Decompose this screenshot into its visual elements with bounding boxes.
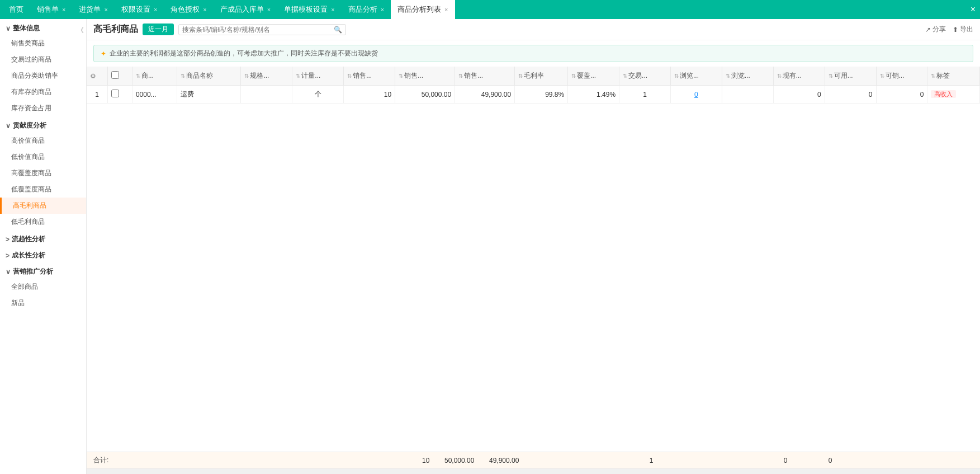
sidebar-item-0-2[interactable]: 商品分类助销率 xyxy=(0,68,86,84)
sort-icon-12: ⇅ xyxy=(674,73,679,79)
footer-totals: 合计: 10 50,000.00 49,900.00 1 0 0 xyxy=(87,452,980,468)
nav-close-7[interactable]: × xyxy=(381,6,384,13)
col-header-8[interactable]: ⇅销售... xyxy=(455,67,515,86)
footer-sales1: 10 xyxy=(388,457,433,464)
sidebar-group-0[interactable]: ∨整体信息 xyxy=(0,19,86,35)
sidebar-item-1-1[interactable]: 低价值商品 xyxy=(0,149,86,165)
col-header-4[interactable]: ⇅规格... xyxy=(241,67,292,86)
nav-item-1[interactable]: 销售单× xyxy=(30,0,72,19)
footer-current: 0 xyxy=(746,457,790,464)
nav-close-6[interactable]: × xyxy=(331,6,334,13)
col-header-1[interactable] xyxy=(108,67,132,86)
browse-link[interactable]: 0 xyxy=(694,91,698,98)
close-all-icon[interactable]: × xyxy=(970,4,976,15)
col-header-7[interactable]: ⇅销售... xyxy=(395,67,455,86)
sidebar-group-3[interactable]: >成长性分析 xyxy=(0,246,86,262)
nav-close-2[interactable]: × xyxy=(104,6,107,13)
nav-close-4[interactable]: × xyxy=(203,6,206,13)
row-browse1[interactable]: 0 xyxy=(670,86,722,104)
info-star-icon: ✦ xyxy=(101,50,106,58)
sort-icon-15: ⇅ xyxy=(828,73,833,79)
period-button[interactable]: 近一月 xyxy=(143,24,174,35)
col-header-9[interactable]: ⇅毛利率 xyxy=(515,67,568,86)
sidebar-group-4[interactable]: ∨营销推广分析 xyxy=(0,262,86,279)
nav-close-3[interactable]: × xyxy=(154,6,157,13)
select-all-checkbox[interactable] xyxy=(111,71,119,79)
sort-icon-7: ⇅ xyxy=(399,73,403,79)
sidebar-item-4-0[interactable]: 全部商品 xyxy=(0,279,86,295)
export-button[interactable]: ⬆ 导出 xyxy=(953,25,973,34)
table-body: 10000...运费个1050,000.0049,900.0099.8%1.49… xyxy=(87,86,980,104)
row-checkbox[interactable] xyxy=(108,86,132,104)
col-header-17[interactable]: ⇅标签 xyxy=(927,67,980,86)
content-area: 高毛利商品 近一月 🔍 ↗ 分享 ⬆ 导出 ✦ 企业的主要的利润都是这部分商品创… xyxy=(87,19,980,474)
sort-icon-5: ⇅ xyxy=(296,73,300,79)
nav-item-7[interactable]: 商品分析× xyxy=(342,0,391,19)
search-icon[interactable]: 🔍 xyxy=(334,26,342,34)
sidebar-item-0-3[interactable]: 有库存的商品 xyxy=(0,84,86,100)
sort-icon-2: ⇅ xyxy=(136,73,140,79)
col-header-15[interactable]: ⇅可用... xyxy=(825,67,876,86)
col-header-10[interactable]: ⇅覆盖... xyxy=(568,67,619,86)
sort-icon-4: ⇅ xyxy=(244,73,249,79)
sidebar-collapse-btn[interactable]: 《 xyxy=(75,25,86,36)
sidebar-group-label-0: 整体信息 xyxy=(13,24,40,33)
row-code: 0000... xyxy=(132,86,177,104)
sidebar-group-label-2: 流趋性分析 xyxy=(12,234,45,244)
nav-item-0[interactable]: 首页 xyxy=(2,0,30,19)
nav-item-2[interactable]: 进货单× xyxy=(72,0,114,19)
row-transactions: 1 xyxy=(619,86,671,104)
col-header-0[interactable]: ⚙ xyxy=(87,67,108,86)
settings-icon[interactable]: ⚙ xyxy=(90,72,96,80)
sidebar-item-1-2[interactable]: 高覆盖度商品 xyxy=(0,165,86,181)
share-label: 分享 xyxy=(932,25,946,34)
col-label-17: 标签 xyxy=(936,72,950,79)
footer-empty8 xyxy=(567,457,612,464)
nav-item-5[interactable]: 产成品入库单× xyxy=(214,0,277,19)
nav-close-5[interactable]: × xyxy=(267,6,271,13)
sidebar-item-1-3[interactable]: 低覆盖度商品 xyxy=(0,181,86,198)
sidebar-arrow-4: ∨ xyxy=(6,268,11,276)
col-header-11[interactable]: ⇅交易... xyxy=(619,67,671,86)
col-label-8: 销售... xyxy=(464,72,483,79)
sidebar-item-4-1[interactable]: 新品 xyxy=(0,295,86,311)
search-input[interactable] xyxy=(182,26,334,34)
col-header-6[interactable]: ⇅销售... xyxy=(344,67,395,86)
col-header-13[interactable]: ⇅浏览... xyxy=(722,67,773,86)
col-header-16[interactable]: ⇅可销... xyxy=(876,67,927,86)
sidebar-item-1-5[interactable]: 低毛利商品 xyxy=(0,214,86,230)
sidebar-group-label-1: 贡献度分析 xyxy=(13,121,46,130)
nav-close-8[interactable]: × xyxy=(444,6,448,13)
sidebar-item-0-0[interactable]: 销售类商品 xyxy=(0,35,86,51)
col-header-3[interactable]: ⇅商品名称 xyxy=(177,67,241,86)
col-header-14[interactable]: ⇅现有... xyxy=(773,67,825,86)
row-sales2: 50,000.00 xyxy=(395,86,455,104)
nav-item-3[interactable]: 权限设置× xyxy=(115,0,164,19)
info-banner: ✦ 企业的主要的利润都是这部分商品创造的，可考虑加大推广，同时关注库存是不要出现… xyxy=(93,45,973,62)
nav-item-4[interactable]: 角色授权× xyxy=(164,0,213,19)
row-spec xyxy=(241,86,292,104)
sidebar-item-1-0[interactable]: 高价值商品 xyxy=(0,133,86,149)
nav-close-1[interactable]: × xyxy=(62,6,65,13)
footer-empty12 xyxy=(880,457,925,464)
sidebar-group-2[interactable]: >流趋性分析 xyxy=(0,230,86,246)
sidebar-group-1[interactable]: ∨贡献度分析 xyxy=(0,116,86,133)
scroll-bar[interactable] xyxy=(87,468,980,474)
row-checkbox-input[interactable] xyxy=(111,90,119,97)
sidebar-item-0-4[interactable]: 库存资金占用 xyxy=(0,100,86,116)
col-header-12[interactable]: ⇅浏览... xyxy=(670,67,722,86)
share-button[interactable]: ↗ 分享 xyxy=(925,25,946,34)
sidebar-item-1-4[interactable]: 高毛利商品 xyxy=(0,198,86,214)
col-header-5[interactable]: ⇅计量... xyxy=(292,67,344,86)
col-header-2[interactable]: ⇅商... xyxy=(132,67,177,86)
footer-label: 合计: xyxy=(93,456,108,465)
nav-item-6[interactable]: 单据模板设置× xyxy=(277,0,341,19)
col-label-15: 可用... xyxy=(834,72,853,79)
nav-item-8[interactable]: 商品分析列表× xyxy=(391,0,455,19)
sidebar-arrow-0: ∨ xyxy=(6,25,11,32)
col-label-3: 商品名称 xyxy=(186,72,213,79)
sort-icon-8: ⇅ xyxy=(458,73,463,79)
sort-icon-17: ⇅ xyxy=(931,73,935,79)
table-row: 10000...运费个1050,000.0049,900.0099.8%1.49… xyxy=(87,86,980,104)
sidebar-item-0-1[interactable]: 交易过的商品 xyxy=(0,51,86,68)
